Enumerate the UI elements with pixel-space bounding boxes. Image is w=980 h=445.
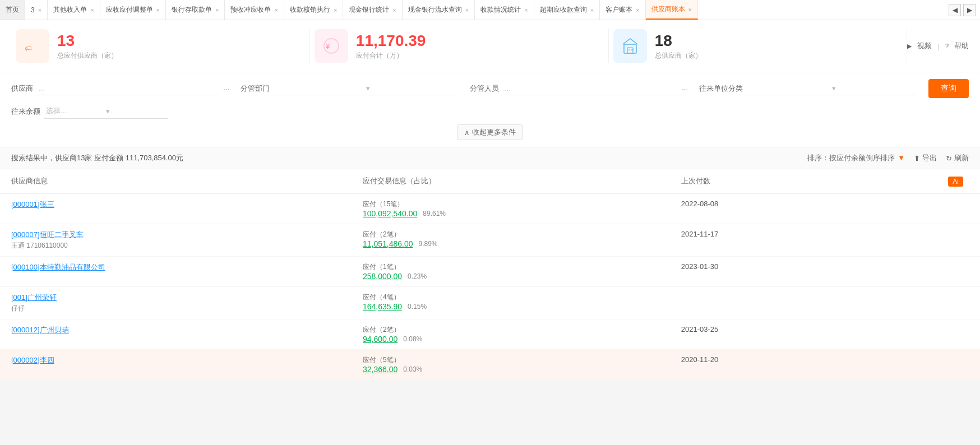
close-tab-overdue-ar[interactable]: × (590, 7, 594, 13)
tx-percent: 0.03% (403, 365, 422, 373)
filter-row-2: 往来余额 选择... ▾ (11, 104, 969, 119)
last-pay-cell: 2020-11-20 (670, 350, 850, 380)
tx-label: 应付（1笔） (363, 262, 659, 272)
data-table-container: 供应商信息 应付交易信息（占比） 上次付数 Ai [000001]张三应付（15… (0, 169, 980, 380)
close-tab-collection-exec[interactable]: × (334, 7, 337, 13)
close-tab-cash-bank-stat[interactable]: × (392, 7, 396, 13)
person-dots-icon[interactable]: ··· (682, 85, 688, 93)
sort-label: 排序：按应付余额倒序排序 ▼ (807, 153, 905, 163)
results-summary: 搜索结果中，供应商13家 应付金额 111,703,854.00元 (11, 153, 183, 163)
export-button[interactable]: ⬆ 导出 (914, 153, 937, 163)
payable-total-text: 11,170.39 应付合计（万） (356, 31, 426, 61)
export-label: 导出 (922, 153, 937, 163)
nav-tab-cash-bank-stat[interactable]: 现金银行统计× (343, 0, 402, 20)
tx-percent: 89.61% (423, 210, 446, 217)
nav-tab-supplier-ledger[interactable]: 供应商账本× (646, 0, 698, 20)
action-cell (850, 224, 980, 257)
video-icon: ▶ (907, 43, 912, 50)
supplier-dots-icon[interactable]: ··· (223, 85, 229, 93)
supplier-info-cell: [000002]李四 (0, 350, 352, 380)
nav-tab-tab3[interactable]: 3× (25, 0, 48, 20)
supplier-link[interactable]: [000001]张三 (11, 200, 54, 208)
help-link[interactable]: 帮助 (954, 41, 969, 51)
supplier-link[interactable]: [001]广州荣轩 (11, 293, 57, 302)
close-tab-ar-ap-adjust[interactable]: × (156, 7, 160, 13)
tx-label: 应付（2笔） (363, 325, 659, 335)
payable-suppliers-icon: 🏷 (16, 29, 49, 63)
collapse-button[interactable]: ∧ 收起更多条件 (457, 124, 523, 140)
col-tx-info: 应付交易信息（占比） (352, 169, 670, 193)
col-ai: Ai (850, 169, 980, 193)
supplier-input[interactable] (36, 82, 220, 95)
nav-tab-home[interactable]: 首页 (0, 0, 25, 20)
close-tab-cash-bank-flow[interactable]: × (465, 7, 469, 13)
tx-amount[interactable]: 11,051,486.00 (363, 239, 413, 248)
total-suppliers-icon (613, 29, 647, 63)
nav-tab-overdue-ar[interactable]: 超期应收款查询× (534, 0, 600, 20)
query-button[interactable]: 查询 (928, 79, 969, 98)
tx-info-cell: 应付（2笔）11,051,486.009.89% (352, 224, 670, 257)
export-icon: ⬆ (914, 154, 920, 163)
dept-dropdown[interactable]: ▾ (273, 82, 459, 95)
nav-tab-prepay-ar[interactable]: 预收冲应收单× (225, 0, 284, 20)
person-label: 分管人员 (470, 84, 499, 94)
nav-prev-button[interactable]: ◀ (949, 4, 961, 16)
payable-suppliers-text: 13 总应付供应商（家） (57, 31, 118, 61)
payable-suppliers-label: 总应付供应商（家） (57, 51, 118, 61)
balance-label: 往来余额 (11, 106, 40, 117)
close-tab-tab3[interactable]: × (38, 7, 41, 13)
dept-arrow-icon: ▾ (366, 84, 457, 92)
close-tab-collection-stat[interactable]: × (524, 7, 528, 13)
svg-rect-8 (628, 49, 630, 50)
tx-amount[interactable]: 258,000.00 (363, 272, 402, 281)
refresh-label: 刷新 (954, 153, 969, 163)
tx-percent: 0.08% (403, 335, 422, 343)
video-link[interactable]: 视频 (917, 41, 932, 51)
category-filter: 往来单位分类 ▾ (699, 82, 917, 95)
supplier-info-cell: [000001]张三 (0, 193, 352, 224)
tx-info-cell: 应付（4笔）164,635.900.15% (352, 287, 670, 319)
last-pay-cell: 2021-03-25 (670, 319, 850, 350)
nav-next-button[interactable]: ▶ (963, 4, 976, 16)
table-row: [000001]张三应付（15笔）100,092,540.0089.61%202… (0, 193, 980, 224)
nav-tab-cash-bank-flow[interactable]: 现金银行流水查询× (403, 0, 475, 20)
tx-amount[interactable]: 94,600.00 (363, 335, 397, 344)
svg-text:🏷: 🏷 (25, 44, 32, 53)
refresh-button[interactable]: ↻ 刷新 (946, 153, 969, 163)
supplier-link[interactable]: [000012]广州贝瑞 (11, 326, 69, 334)
close-tab-prepay-ar[interactable]: × (274, 7, 278, 13)
supplier-link[interactable]: [000100]本特勤油品有限公司 (11, 263, 105, 271)
supplier-link[interactable]: [000007]恒旺二手叉车 (11, 230, 84, 239)
top-navigation: 首页3×其他收入单×应收应付调整单×银行存取款单×预收冲应收单×收款核销执行×现… (0, 0, 980, 20)
close-tab-other-income[interactable]: × (90, 7, 94, 13)
nav-tab-other-income[interactable]: 其他收入单× (48, 0, 100, 20)
payable-total-label: 应付合计（万） (356, 51, 426, 61)
close-tab-bank-deposit[interactable]: × (215, 7, 219, 13)
close-tab-supplier-ledger[interactable]: × (688, 6, 692, 13)
tx-amount[interactable]: 100,092,540.00 (363, 209, 417, 218)
sort-arrow-icon: ▼ (898, 154, 905, 162)
nav-tab-customer-ledger[interactable]: 客户账本× (600, 0, 645, 20)
nav-tab-collection-exec[interactable]: 收款核销执行× (284, 0, 343, 20)
tx-amount[interactable]: 164,635.90 (363, 302, 402, 311)
filter-area: 供应商 ··· 分管部门 ▾ 分管人员 ··· 往来单位分类 ▾ 查询 往来 (0, 72, 980, 147)
close-tab-customer-ledger[interactable]: × (636, 7, 639, 13)
balance-filter: 往来余额 选择... ▾ (11, 104, 168, 119)
person-input[interactable] (502, 82, 678, 95)
nav-tab-bank-deposit[interactable]: 银行存取款单× (166, 0, 225, 20)
nav-tab-collection-stat[interactable]: 收款情况统计× (475, 0, 534, 20)
supplier-info-cell: [000007]恒旺二手叉车王通 17106110000 (0, 224, 352, 257)
supplier-sub: 王通 17106110000 (11, 241, 340, 251)
supplier-link[interactable]: [000002]李四 (11, 356, 54, 364)
table-header: 供应商信息 应付交易信息（占比） 上次付数 Ai (0, 169, 980, 193)
refresh-icon: ↻ (946, 154, 952, 163)
nav-tab-ar-ap-adjust[interactable]: 应收应付调整单× (100, 0, 166, 20)
balance-dropdown[interactable]: 选择... ▾ (44, 104, 168, 119)
summary-card-total-suppliers: 18 总供应商（家） (609, 29, 908, 63)
table-row: [001]广州荣轩仔仔应付（4笔）164,635.900.15% (0, 287, 980, 319)
tx-amount[interactable]: 32,366.00 (363, 365, 397, 374)
last-pay-cell: 2022-08-08 (670, 193, 850, 224)
table-row: [000012]广州贝瑞应付（2笔）94,600.000.08%2021-03-… (0, 319, 980, 350)
col-supplier-info: 供应商信息 (0, 169, 352, 193)
category-dropdown[interactable]: ▾ (746, 82, 917, 95)
